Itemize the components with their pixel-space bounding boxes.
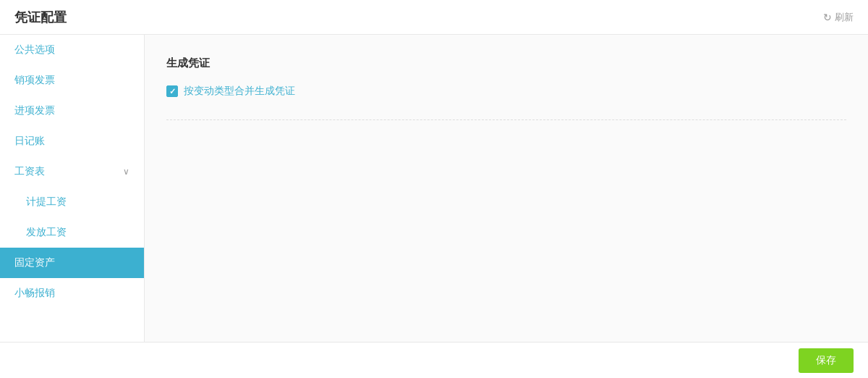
section-title: 生成凭证 <box>166 56 846 70</box>
checkbox-wrapper[interactable]: ✓ 按变动类型合并生成凭证 <box>166 85 295 98</box>
sidebar-label: 进项发票 <box>14 104 55 117</box>
save-button[interactable]: 保存 <box>799 348 854 373</box>
page-wrapper: 凭证配置 ↻ 刷新 公共选项销项发票进项发票日记账工资表∨计提工资发放工资固定资… <box>0 0 868 378</box>
sidebar-label: 公共选项 <box>14 43 55 56</box>
checkbox-label: 按变动类型合并生成凭证 <box>184 85 295 98</box>
content-area: 生成凭证 ✓ 按变动类型合并生成凭证 <box>145 35 868 342</box>
sidebar-label: 固定资产 <box>14 256 55 269</box>
sidebar-item-expense[interactable]: 小畅报销 <box>0 278 144 308</box>
sidebar: 公共选项销项发票进项发票日记账工资表∨计提工资发放工资固定资产小畅报销 <box>0 35 145 342</box>
main-content: 公共选项销项发票进项发票日记账工资表∨计提工资发放工资固定资产小畅报销 生成凭证… <box>0 35 868 342</box>
sidebar-label: 日记账 <box>14 135 45 148</box>
refresh-label: 刷新 <box>835 11 854 24</box>
sidebar-label: 计提工资 <box>26 196 67 209</box>
page-title: 凭证配置 <box>14 9 67 26</box>
sidebar-item-payroll[interactable]: 工资表∨ <box>0 156 144 187</box>
sidebar-item-sales-invoice[interactable]: 销项发票 <box>0 65 144 96</box>
sidebar-label: 发放工资 <box>26 226 67 239</box>
sidebar-item-journal[interactable]: 日记账 <box>0 126 144 156</box>
refresh-icon: ↻ <box>823 12 832 23</box>
refresh-button[interactable]: ↻ 刷新 <box>823 11 854 24</box>
sidebar-label: 小畅报销 <box>14 287 55 300</box>
section-divider <box>166 119 846 120</box>
chevron-down-icon: ∨ <box>123 167 129 177</box>
checkbox-check-icon: ✓ <box>169 87 176 96</box>
section-body: ✓ 按变动类型合并生成凭证 <box>166 85 846 98</box>
sidebar-item-fixed-assets[interactable]: 固定资产 <box>0 248 144 278</box>
merge-checkbox[interactable]: ✓ <box>166 85 178 97</box>
footer: 保存 <box>0 342 868 378</box>
header: 凭证配置 ↻ 刷新 <box>0 0 868 35</box>
sidebar-label: 工资表 <box>14 165 45 178</box>
sidebar-item-purchase-invoice[interactable]: 进项发票 <box>0 96 144 126</box>
sidebar-item-payroll-accrue[interactable]: 计提工资 <box>0 187 144 217</box>
sidebar-item-public[interactable]: 公共选项 <box>0 35 144 65</box>
sidebar-item-payroll-issue[interactable]: 发放工资 <box>0 217 144 248</box>
sidebar-label: 销项发票 <box>14 74 55 87</box>
